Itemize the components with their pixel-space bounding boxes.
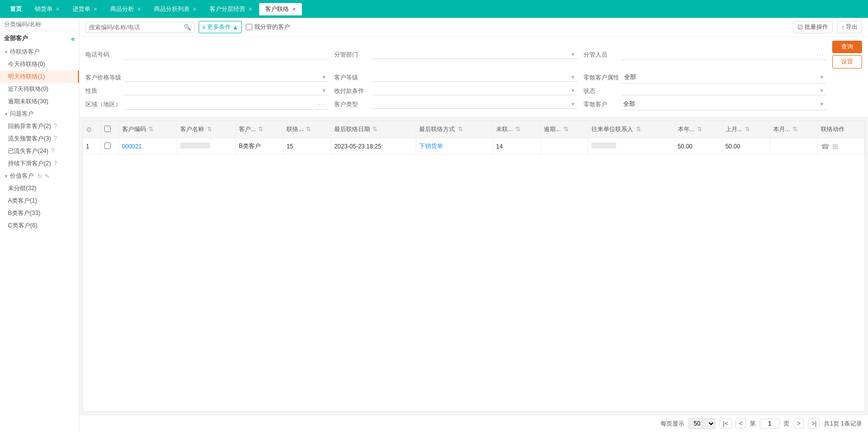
select-all-checkbox[interactable] xyxy=(104,126,111,132)
status-select[interactable]: ▼ xyxy=(621,86,826,95)
close-icon[interactable]: ✕ xyxy=(248,6,252,12)
sidebar-item-class-a[interactable]: A类客户(1) xyxy=(0,195,79,207)
sidebar-item-class-c[interactable]: C类客户(6) xyxy=(0,219,79,232)
td-code[interactable]: 000021 xyxy=(119,138,177,155)
customer-code-link[interactable]: 000021 xyxy=(122,143,142,150)
th-contact-count[interactable]: 联络... ⇅ xyxy=(284,121,331,138)
sidebar-item-churned[interactable]: 已流失客户(24) ? xyxy=(0,145,79,157)
payment-select[interactable]: ▼ xyxy=(372,86,577,95)
phone-input[interactable] xyxy=(123,50,328,60)
th-contact-person[interactable]: 往来单位联系人 ⇅ xyxy=(588,121,674,138)
nav-item-purchase[interactable]: 进货单 ✕ xyxy=(67,3,103,15)
sidebar-item-declining[interactable]: 持续下滑客户(2) ? xyxy=(0,157,79,170)
all-customers-section[interactable]: 全部客户 « xyxy=(0,31,79,46)
name-placeholder xyxy=(180,143,210,148)
th-this-month[interactable]: 本月... ⇅ xyxy=(770,121,817,138)
close-icon[interactable]: ✕ xyxy=(56,6,60,12)
row-checkbox[interactable] xyxy=(104,143,111,149)
th-unlinked[interactable]: 未联... ⇅ xyxy=(493,121,541,138)
filter-search-input[interactable] xyxy=(89,24,182,31)
my-customers-checkbox-label[interactable]: 我分管的客户 xyxy=(246,23,290,31)
sidebar-item-tomorrow[interactable]: 明天待联络(1) xyxy=(0,71,79,83)
adv-filter-panel: 电话号码 分管部门 ▼ 分管人员 ··· xyxy=(79,37,868,118)
price-level-select[interactable]: ▼ xyxy=(124,73,328,82)
nav-item-product-analysis-list[interactable]: 商品分析列表 ✕ xyxy=(148,3,203,15)
th-name[interactable]: 客户名称 ⇅ xyxy=(177,121,236,138)
checkbox-icon: ☑ xyxy=(797,24,803,31)
sidebar-group-value[interactable]: 价值客户 ↻ ✎ xyxy=(0,170,79,182)
th-last-contact-method[interactable]: 最后联络方式 ⇅ xyxy=(416,121,493,138)
nav-item-customer-contact[interactable]: 客户联络 ✕ xyxy=(259,3,302,15)
last-method-link[interactable]: 下销货单 xyxy=(419,143,443,149)
field-cust-level: 客户等级 ▼ xyxy=(334,73,577,82)
sidebar-search-input[interactable] xyxy=(4,21,78,28)
page-label: 第 xyxy=(750,420,756,428)
manager-select[interactable]: ··· xyxy=(621,50,826,60)
td-this-year: 50.00 xyxy=(674,138,722,155)
retail-cust-select[interactable]: 全部 ▼ xyxy=(621,98,826,110)
nature-select[interactable]: ▼ xyxy=(123,86,328,95)
settings-button[interactable]: 设置 xyxy=(832,55,862,69)
chevron-down-icon: ▼ xyxy=(819,88,824,93)
export-icon: ↑ xyxy=(841,24,844,31)
th-cust-type[interactable]: 客户... ⇅ xyxy=(235,121,283,138)
filter-search-icon[interactable]: 🔍 xyxy=(184,24,191,31)
td-contact-person xyxy=(588,138,674,155)
phone-action-icon[interactable]: ☎ xyxy=(821,143,829,150)
sidebar-item-ungrouped[interactable]: 未分组(32) xyxy=(0,182,79,195)
sort-icon: ⇅ xyxy=(372,126,377,133)
next-page-button[interactable]: > xyxy=(794,419,804,429)
td-this-month xyxy=(770,138,817,155)
page-size-label: 每页显示 xyxy=(660,420,684,428)
nav-item-sales[interactable]: 销货单 ✕ xyxy=(29,3,66,15)
filter-more-btn[interactable]: ≡ 更多条件 ▲ xyxy=(199,21,242,33)
sidebar-item-7days[interactable]: 近7天待联络(0) xyxy=(0,83,79,95)
page-size-select[interactable]: 50 100 200 xyxy=(688,418,716,429)
more-icon: ··· xyxy=(318,101,326,108)
sidebar-item-overdue[interactable]: 逾期未联络(30) xyxy=(0,95,79,108)
sort-icon: ⇅ xyxy=(636,126,641,133)
chevron-down-icon: ▼ xyxy=(571,101,576,107)
th-overdue[interactable]: 逾期... ⇅ xyxy=(541,121,588,138)
th-settings[interactable]: ⚙ xyxy=(83,121,101,138)
field-price-level: 客户价格等级 ▼ xyxy=(85,73,328,82)
first-page-button[interactable]: |< xyxy=(720,419,731,429)
nav-item-home[interactable]: 首页 xyxy=(4,3,28,15)
export-button[interactable]: ↑ 导出 xyxy=(837,21,862,33)
last-page-button[interactable]: >| xyxy=(808,419,820,429)
prev-page-button[interactable]: < xyxy=(735,419,746,429)
th-last-contact-date[interactable]: 最后联络日期 ⇅ xyxy=(331,121,416,138)
th-code[interactable]: 客户编码 ⇅ xyxy=(119,121,177,138)
field-retail-cust: 零散客户 全部 ▼ xyxy=(583,98,826,110)
sidebar-group-pending[interactable]: 待联络客户 xyxy=(0,46,79,58)
sidebar-group-problem[interactable]: 问题客户 xyxy=(0,108,79,120)
my-customers-checkbox[interactable] xyxy=(246,24,252,30)
cust-level-select[interactable]: ▼ xyxy=(372,73,577,82)
sidebar-item-class-b[interactable]: B类客户(33) xyxy=(0,207,79,219)
sidebar-item-repurchase-anomaly[interactable]: 回购异常客户(2) ? xyxy=(0,120,79,133)
gear-icon[interactable]: ⚙ xyxy=(86,126,92,134)
sidebar-item-churn-warning[interactable]: 流失预警客户(3) ? xyxy=(0,133,79,145)
filter-action-btns: 查询 设置 xyxy=(832,41,862,69)
close-icon[interactable]: ✕ xyxy=(93,6,97,12)
th-this-year[interactable]: 本年... ⇅ xyxy=(674,121,722,138)
close-icon[interactable]: ✕ xyxy=(292,6,296,12)
chevron-down-icon: ▼ xyxy=(571,74,576,80)
query-button[interactable]: 查询 xyxy=(832,41,862,53)
sidebar-item-today[interactable]: 今天待联络(0) xyxy=(0,58,79,71)
close-icon[interactable]: ✕ xyxy=(193,6,197,12)
page-number-input[interactable] xyxy=(760,419,780,429)
cust-type-select[interactable]: ▼ xyxy=(372,100,577,109)
nav-item-customer-segment[interactable]: 客户分层经营 ✕ xyxy=(204,3,258,15)
dept-select[interactable]: ▼ xyxy=(372,50,577,59)
bulk-op-button[interactable]: ☑ 批量操作 xyxy=(793,21,833,33)
grid-action-icon[interactable]: ⊞ xyxy=(832,143,838,150)
region-select[interactable]: ··· xyxy=(124,99,328,110)
retail-attr-select[interactable]: 全部 ▼ xyxy=(622,72,826,83)
td-name xyxy=(177,138,236,155)
nature-label: 性质 xyxy=(85,87,120,95)
close-icon[interactable]: ✕ xyxy=(137,6,141,12)
td-last-method[interactable]: 下销货单 xyxy=(416,138,493,155)
th-last-month[interactable]: 上月... ⇅ xyxy=(722,121,770,138)
nav-item-product-analysis[interactable]: 商品分析 ✕ xyxy=(104,3,147,15)
